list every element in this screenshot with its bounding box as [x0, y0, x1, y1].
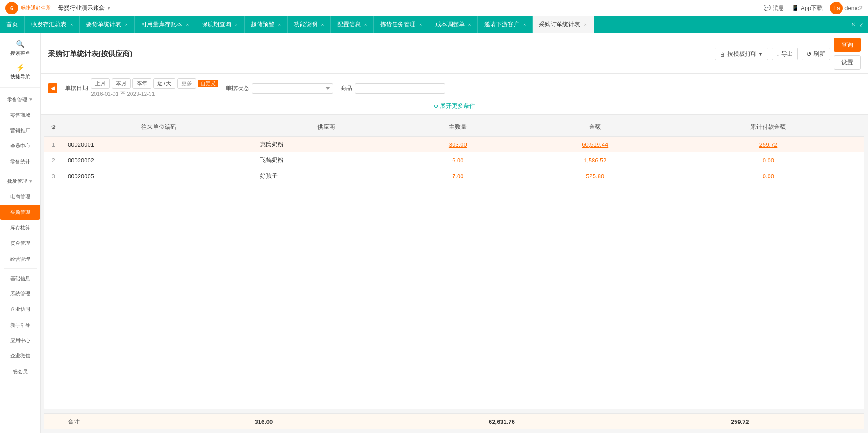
close-icon[interactable]: ×	[186, 22, 189, 27]
close-icon[interactable]: ×	[321, 22, 324, 27]
sidebar-item-ops-mgmt[interactable]: 经营管理	[0, 251, 40, 266]
sidebar-item-purchase[interactable]: 采购管理	[0, 205, 40, 220]
page-header-actions: 🖨 按模板打印 ▼ ↓ 导出 ↺ 刷新 查询 设置	[715, 38, 861, 70]
table-row: 2 00020002 飞鹤奶粉 6.00 1,586.52 0.00	[44, 152, 864, 168]
tab-home[interactable]: 首页	[0, 16, 25, 33]
tab-function-desc[interactable]: 功能说明 ×	[288, 16, 330, 33]
date-btn-more[interactable]: 更多	[177, 78, 196, 89]
sidebar-item-member2[interactable]: 畅会员	[0, 364, 40, 379]
sidebar-item-marketing[interactable]: 营销推广	[0, 123, 40, 138]
query-button[interactable]: 查询	[834, 38, 861, 52]
date-btn-this-year[interactable]: 本年	[132, 78, 151, 89]
goods-more-icon[interactable]: …	[450, 84, 457, 92]
amount-link-3[interactable]: 525.80	[586, 173, 604, 180]
cell-paid-1[interactable]: 259.72	[672, 136, 864, 152]
close-icon[interactable]: ×	[584, 22, 586, 27]
qty-link-2[interactable]: 6.00	[452, 157, 463, 164]
tab-overstock-alert[interactable]: 超储预警 ×	[245, 16, 288, 33]
sidebar-item-wholesale[interactable]: 批发管理 ▼	[0, 173, 40, 189]
filter-collapse-button[interactable]: ◀	[48, 83, 57, 93]
sidebar-divider	[4, 90, 37, 90]
sidebar-item-ecommerce[interactable]: 电商管理	[0, 189, 40, 204]
expand-icon: ⊕	[434, 103, 438, 109]
sidebar-item-system[interactable]: 系统管理	[0, 286, 40, 301]
tab-receive-summary[interactable]: 收发存汇总表 ×	[25, 16, 80, 33]
sidebar-item-retail-stats[interactable]: 零售统计	[0, 154, 40, 169]
tab-expand-icon[interactable]: ⤢	[859, 21, 864, 28]
sidebar-item-app-center[interactable]: 应用中心	[0, 333, 40, 348]
cell-qty-1[interactable]: 303.00	[398, 136, 518, 152]
amount-link-2[interactable]: 1,586.52	[584, 157, 607, 164]
cell-amount-3[interactable]: 525.80	[518, 168, 672, 184]
print-icon: 🖨	[720, 51, 726, 57]
close-icon[interactable]: ×	[468, 22, 471, 27]
cell-amount-1[interactable]: 60,519.44	[518, 136, 672, 152]
col-header-amount: 金额	[518, 119, 672, 136]
paid-link-2[interactable]: 0.00	[763, 157, 774, 164]
tab-purchase-stats[interactable]: 采购订单统计表 ×	[533, 16, 593, 33]
tab-invite-downstream[interactable]: 邀请下游客户 ×	[478, 16, 533, 33]
main-layout: 🔍 搜索菜单 ⚡ 快捷导航 零售管理 ▼ 零售商城 营销推广 会员中心 零售统计…	[0, 33, 868, 433]
date-btn-last-month[interactable]: 上月	[91, 78, 110, 89]
sidebar-item-new-guide[interactable]: 新手引导	[0, 317, 40, 333]
date-btn-last-7days[interactable]: 近7天	[153, 78, 175, 89]
close-icon[interactable]: ×	[125, 22, 127, 27]
qty-link-1[interactable]: 303.00	[449, 141, 467, 148]
cell-qty-3[interactable]: 7.00	[398, 168, 518, 184]
close-icon[interactable]: ×	[364, 22, 367, 27]
paid-link-3[interactable]: 0.00	[763, 173, 774, 180]
sidebar-item-inventory[interactable]: 库存核算	[0, 220, 40, 235]
amount-link-1[interactable]: 60,519.44	[582, 141, 608, 148]
close-icon[interactable]: ×	[419, 22, 422, 27]
close-icon[interactable]: ×	[70, 22, 73, 27]
gear-column-header[interactable]: ⚙	[44, 119, 62, 136]
cell-paid-3[interactable]: 0.00	[672, 168, 864, 184]
close-icon[interactable]: ×	[278, 22, 281, 27]
cell-supplier-1: 惠氏奶粉	[255, 136, 398, 152]
status-select[interactable]	[252, 83, 333, 94]
tab-overstock-label: 超储预警	[251, 20, 274, 29]
expand-more-button[interactable]: ⊕ 展开更多条件	[434, 102, 475, 110]
app-download-button[interactable]: 📱 App下载	[792, 4, 823, 12]
tab-pick-task[interactable]: 拣货任务管理 ×	[374, 16, 429, 33]
cell-qty-2[interactable]: 6.00	[398, 152, 518, 168]
date-btn-this-month[interactable]: 本月	[112, 78, 131, 89]
refresh-button[interactable]: ↺ 刷新	[802, 48, 830, 60]
expand-label: 展开更多条件	[440, 102, 475, 110]
goods-input[interactable]	[355, 83, 445, 94]
workspace-selector[interactable]: 母婴行业演示账套 ▼	[54, 3, 115, 13]
setting-button[interactable]: 设置	[834, 55, 861, 70]
tab-config-info[interactable]: 配置信息 ×	[331, 16, 374, 33]
sidebar-item-finance[interactable]: 资金管理	[0, 235, 40, 251]
custom-date-badge[interactable]: 自定义	[198, 80, 218, 87]
tab-expiry-query[interactable]: 保质期查询 ×	[195, 16, 244, 33]
sidebar-item-retail-shop[interactable]: 零售商城	[0, 107, 40, 123]
sidebar-item-quicknav[interactable]: ⚡ 快捷导航	[3, 60, 38, 83]
message-button[interactable]: 💬 消息	[764, 4, 784, 12]
tab-close-all-icon[interactable]: ×	[851, 20, 855, 29]
sidebar-item-retail-mgmt[interactable]: 零售管理 ▼	[0, 92, 40, 107]
sidebar-item-enterprise-wechat[interactable]: 企业微信	[0, 348, 40, 363]
top-bar-left: 6 畅捷通好生意 母婴行业演示账套 ▼	[5, 2, 115, 14]
close-icon[interactable]: ×	[235, 22, 237, 27]
filter-goods-item: 商品 …	[340, 83, 457, 94]
sidebar-item-search[interactable]: 🔍 搜索菜单	[3, 36, 38, 60]
paid-link-1[interactable]: 259.72	[760, 141, 778, 148]
qty-link-3[interactable]: 7.00	[452, 173, 463, 180]
table-footer: 合计 316.00 62,631.76 259.72	[44, 413, 864, 429]
close-icon[interactable]: ×	[523, 22, 526, 27]
cell-amount-2[interactable]: 1,586.52	[518, 152, 672, 168]
sidebar-item-member[interactable]: 会员中心	[0, 138, 40, 153]
print-button[interactable]: 🖨 按模板打印 ▼	[715, 48, 768, 60]
tab-cost-adjust[interactable]: 成本调整单 ×	[429, 16, 478, 33]
sidebar-divider3	[4, 268, 37, 269]
user-menu[interactable]: Ea demo2	[830, 2, 863, 14]
cell-paid-2[interactable]: 0.00	[672, 152, 864, 168]
export-button[interactable]: ↓ 导出	[772, 48, 798, 60]
quicknav-icon: ⚡	[16, 63, 25, 72]
sidebar-item-basic-info[interactable]: 基础信息	[0, 271, 40, 286]
sidebar-item-enterprise-collab[interactable]: 企业协同	[0, 301, 40, 317]
tab-available-stock[interactable]: 可用量库存账本 ×	[135, 16, 195, 33]
tab-purchase-stats-label: 采购订单统计表	[539, 20, 580, 29]
tab-order-summary[interactable]: 要货单统计表 ×	[80, 16, 134, 33]
